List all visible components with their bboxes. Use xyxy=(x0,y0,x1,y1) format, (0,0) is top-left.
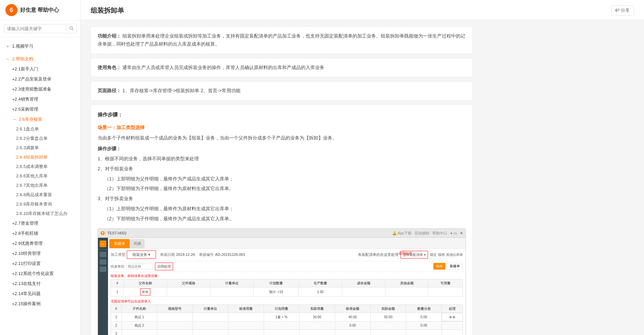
search-input[interactable] xyxy=(4,24,66,33)
table-row: 2商品 20.000.00 xyxy=(111,321,463,329)
step3-1: （1）上部明细为父件明细，最终作为原材料生成其它出库单； xyxy=(104,205,466,213)
mock-nav-item1 xyxy=(100,252,106,257)
sidebar-item-finance[interactable]: + 2.7资金管理 xyxy=(0,218,80,228)
mock-action2[interactable]: 领用 xyxy=(438,252,445,258)
mock-td-avail xyxy=(428,287,463,296)
mock-save-btn[interactable]: 保存 xyxy=(433,263,445,270)
sidebar-item-help-docs[interactable]: − 2.帮助文档 xyxy=(0,54,80,64)
mock-th2-actual-amt: 实际金额 xyxy=(370,304,406,313)
minus-icon: − xyxy=(5,57,10,61)
sidebar-item-ops[interactable]: + 2.10经营管理 xyxy=(0,248,80,259)
mock-action1[interactable]: 锁定 xyxy=(430,252,437,258)
sidebar-item-faq[interactable]: + 2.14常见问题 xyxy=(0,289,80,299)
sidebar: 6 好生意 帮助中心 + 1.视频学习 − 2.帮助文档 + 2.1新手入门 xyxy=(0,0,80,335)
mock-search-input[interactable] xyxy=(126,264,153,269)
sidebar-item-coupon[interactable]: + 2.9优惠券管理 xyxy=(0,238,80,248)
mock-parent-name-input[interactable]: 米米 xyxy=(140,288,150,295)
logo-icon: 6 xyxy=(5,4,17,16)
mock-th-avail: 可用量 xyxy=(428,279,463,287)
ops-label: 操作步骤： xyxy=(98,110,466,119)
mock-th2-child-name: 子件名称 xyxy=(121,304,157,313)
mock-process-type-input[interactable]: 组装业务 ▾ xyxy=(127,250,156,259)
plus-icon-210: + xyxy=(12,251,15,256)
mock-enable-btn[interactable]: 启用处理 xyxy=(155,263,173,270)
step2-1: （1）上部明细为父件明细，最终作为产成品生成其它入库单； xyxy=(104,175,466,183)
sidebar-item-purchase[interactable]: + 2.5采购管理 xyxy=(0,104,80,114)
mock-th2-std-qty: 标准用量 xyxy=(228,304,264,313)
sidebar-item-mobile[interactable]: + 2.8手机旺辅 xyxy=(0,228,80,238)
sidebar-item-sales[interactable]: + 2.4销售管理 xyxy=(0,94,80,104)
table-row: 1 米米 预计: +10 1.00 xyxy=(111,287,463,296)
sidebar-item-newbie[interactable]: + 2.1新手入门 xyxy=(0,64,80,74)
mock-th-parent-name: 父件名称 xyxy=(124,279,167,287)
sidebar-item-inventory[interactable]: − 2.6库存核算 xyxy=(0,114,80,124)
sidebar-item-cases[interactable]: + 2.15操作案例 xyxy=(0,299,80,309)
plus-icon-24: + xyxy=(12,97,15,102)
mock-td-other xyxy=(385,287,428,296)
mock-action3[interactable]: 其他出库单 xyxy=(446,252,463,258)
sidebar-item-personalize[interactable]: + 2.12系统个性化设置 xyxy=(0,269,80,279)
mock-th-num: # xyxy=(111,279,124,287)
main-content: 组装拆卸单 分享 功能介绍： 组装拆卸单用来处理企业组装或拆卸等加工业务，支持有… xyxy=(80,0,644,335)
sidebar-item-video-label: 1.视频学习 xyxy=(12,43,33,49)
mock-th-parent-spec: 父件规格 xyxy=(167,279,210,287)
plus-icon-27: + xyxy=(12,221,15,226)
row1-action2[interactable]: ⊗ xyxy=(452,314,455,320)
sidebar-item-265[interactable]: 2.6.5成本调整单 xyxy=(0,162,80,171)
mock-process-type-label: 加工类型 xyxy=(111,252,125,258)
sidebar-item-267[interactable]: 2.6.7其他出库单 xyxy=(0,181,80,190)
plus-icon-212: + xyxy=(12,271,15,276)
main-header: 组装拆卸单 分享 xyxy=(80,0,644,20)
mock-td-1: 1 xyxy=(111,287,124,296)
mock-th-other: 其他金额 xyxy=(385,279,428,287)
step3-2: （2）下部明细为子件明细，最终作为产成品生成其它入库单。 xyxy=(104,215,466,223)
plus-icon-211: + xyxy=(12,261,15,266)
mock-annotation4: 无固定清单可以在这里录入 xyxy=(111,298,463,304)
sidebar-item-264[interactable]: 2.6.4组装拆卸单 xyxy=(0,153,80,162)
share-button[interactable]: 分享 xyxy=(611,5,634,15)
mock-tab-new[interactable]: 新建单 xyxy=(109,239,130,248)
sidebar-item-262[interactable]: 2.6.2分量盘点单 xyxy=(0,134,80,143)
sidebar-item-263[interactable]: 2.6.3调拨单 xyxy=(0,143,80,153)
sidebar-item-2610[interactable]: 2.6.10库存账本错了怎么办 xyxy=(0,209,80,218)
plus-icon-22: + xyxy=(12,77,15,82)
nav-section-2: − 2.帮助文档 + 2.1新手入门 + 2.2产品安装及登录 + 2.3使用前… xyxy=(0,53,80,310)
sidebar-item-install[interactable]: + 2.2产品安装及登录 xyxy=(0,74,80,84)
sidebar-item-266[interactable]: 2.6.6其他入库单 xyxy=(0,171,80,181)
sidebar-item-personalize-label: 2.12系统个性化设置 xyxy=(15,271,54,277)
sidebar-item-268[interactable]: 2.6.8商品成本重算 xyxy=(0,190,80,200)
sidebar-item-install-label: 2.2产品安装及登录 xyxy=(15,76,51,82)
mock-tab-list[interactable]: 列表 xyxy=(130,239,145,248)
mock-th-plan-qty: 计划数量 xyxy=(253,279,299,287)
sidebar-item-purchase-label: 2.5采购管理 xyxy=(15,106,38,112)
sidebar-item-help-docs-label: 2.帮助文档 xyxy=(12,56,33,62)
table-row: 1商品 11量 + %30.0040.0050.000.00⊕⊗ xyxy=(111,313,463,321)
sidebar-item-print[interactable]: + 2.11打印设置 xyxy=(0,259,80,269)
sidebar-item-video[interactable]: + 1.视频学习 xyxy=(0,41,80,51)
mock-nav-divider xyxy=(100,249,106,250)
row1-action1[interactable]: ⊕ xyxy=(449,314,452,320)
mock-th2-std-amt: 标准金额 xyxy=(335,304,370,313)
nav-tree: + 1.视频学习 − 2.帮助文档 + 2.1新手入门 + 2.2产品安装及登录… xyxy=(0,37,80,335)
mock-bill-no-label: 单据编号 xyxy=(199,252,214,258)
plus-icon-21: + xyxy=(12,67,15,72)
svg-point-0 xyxy=(70,26,72,29)
plus-icon-28: + xyxy=(12,231,15,236)
sidebar-item-261[interactable]: 2.6.1盘点单 xyxy=(0,124,80,134)
sidebar-item-data-prep[interactable]: + 2.3使用前数据准备 xyxy=(0,84,80,94)
sidebar-item-payment[interactable]: + 2.13在线支付 xyxy=(0,279,80,289)
func-intro-block: 功能介绍： 组装拆卸单用来处理企业组装或拆卸等加工业务，支持有固定装配清单的产品… xyxy=(91,26,473,54)
sidebar-item-269[interactable]: 2.6.9库存账本查询 xyxy=(0,200,80,209)
mock-new-btn[interactable]: 新建单 xyxy=(447,263,463,270)
sidebar-header: 6 好生意 帮助中心 xyxy=(0,0,80,20)
nav-section-1: + 1.视频学习 xyxy=(0,40,80,53)
search-button[interactable] xyxy=(66,24,77,34)
plus-icon-213: + xyxy=(12,281,15,286)
path-label: 页面路径： xyxy=(98,88,121,93)
mock-annotation2: 组装业务、拆卸业务在这里切换 xyxy=(111,272,463,279)
search-bar xyxy=(0,20,80,37)
mock-td-unit xyxy=(210,287,253,296)
mock-td-name: 米米 xyxy=(124,287,167,296)
mock-lower-table: # 子件名称 规格型号 计量单位 标准用量 计划用量 实际用量 标准金额 实际金 xyxy=(111,304,463,335)
mock-close-icon: ✕ xyxy=(460,230,463,236)
